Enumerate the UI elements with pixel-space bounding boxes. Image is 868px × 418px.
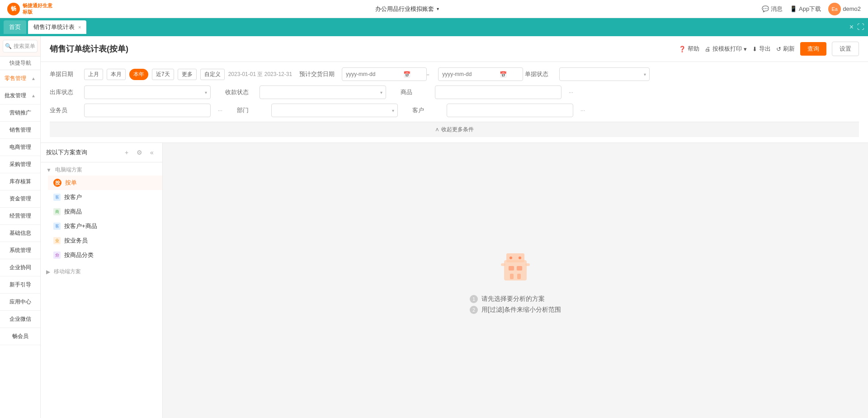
svg-point-2 [509,256,512,259]
sidebar-item-enterprise-collab[interactable]: 企业协同 [0,259,40,276]
export-button[interactable]: ⬇ 导出 [752,45,771,53]
goods-label: 商品 [401,88,428,96]
settings-button[interactable]: 设置 [832,42,859,56]
tab-home[interactable]: 首页 [4,20,26,34]
tree-item-by-salesperson[interactable]: 业 按业务员 [48,233,162,248]
app-download-button[interactable]: 📱 App下载 [790,5,821,13]
date-buttons-group: 上月 本月 本年 近7天 更多 自定义 2023-01-01 至 2023-12… [84,69,292,80]
user-area[interactable]: Ea demo2 [828,3,861,15]
sidebar-item-finance[interactable]: 资金管理 [0,190,40,208]
by-salesperson-icon: 业 [53,237,61,244]
customer-more-icon[interactable]: ··· [580,107,585,114]
retail-arrow-icon: ▲ [31,76,36,81]
bill-status-select[interactable] [559,67,650,81]
download-icon: 📱 [790,5,797,12]
tab-maximize-icon[interactable]: ⛶ [857,23,864,31]
body-layout: 按以下方案查询 + ⚙ « ▼ 电脑端方案 按 按单 [41,143,868,418]
hint-num-1: 1 [470,295,478,303]
sidebar-item-marketing[interactable]: 营销推广 [0,104,40,122]
tree-item-by-order[interactable]: 按 按单 [48,176,162,190]
empty-hint-1: 1 请先选择要分析的方案 [470,295,561,303]
goods-input[interactable] [435,86,561,99]
collapse-panel-button[interactable]: « [147,147,157,157]
sidebar-item-inventory[interactable]: 库存核算 [0,173,40,190]
expected-date-start-wrapper: 📅 [342,67,414,81]
print-arrow-icon: ▾ [744,46,747,52]
sidebar-item-member[interactable]: 畅会员 [0,328,40,345]
goods-more-icon[interactable]: ··· [569,89,573,95]
tree-item-by-customer[interactable]: 客 按客户 [48,190,162,204]
tab-bar: 首页 销售订单统计表 × × ⛶ [0,18,868,36]
date-btn-year[interactable]: 本年 [129,69,148,80]
search-icon: 🔍 [5,43,12,49]
date-btn-more[interactable]: 更多 [178,69,197,80]
logo-icon: 畅 [7,3,20,15]
message-icon: 💬 [762,5,769,12]
svg-rect-8 [501,263,505,266]
top-bar-right: 💬 消息 📱 App下载 Ea demo2 [762,3,861,15]
page-title-bar: 办公用品行业模拟账套 ▾ [375,5,439,13]
department-select[interactable] [271,104,398,117]
tree-item-by-category[interactable]: 分 按商品分类 [48,248,162,262]
page-header: 销售订单统计表(按单) ❓ 帮助 🖨 按模板打印 ▾ ⬇ 导出 ↺ 刷新 [41,36,868,62]
expected-date-start-input[interactable] [342,67,427,81]
settings-scheme-button[interactable]: ⚙ [134,147,144,157]
expected-date-end-input[interactable] [438,67,523,81]
filter-panel: 单据日期 上月 本月 本年 近7天 更多 自定义 2023-01-01 至 20… [41,62,868,143]
ship-status-select[interactable] [84,86,211,99]
sidebar-item-guide[interactable]: 新手引导 [0,276,40,294]
tab-sales-order[interactable]: 销售订单统计表 × [28,20,86,34]
salesperson-input[interactable] [84,104,211,117]
add-scheme-button[interactable]: + [122,147,132,157]
left-panel-header: 按以下方案查询 + ⚙ « [41,143,162,162]
tab-right-actions: × ⛶ [849,23,864,31]
empty-state: 1 请先选择要分析的方案 2 用[过滤]条件来缩小分析范围 [470,244,561,317]
sidebar-item-retail[interactable]: 零售管理 ▲ [0,70,40,87]
tree-item-by-cust-goods[interactable]: 客 按客户+商品 [48,219,162,233]
svg-rect-6 [510,274,514,279]
sidebar: 🔍 搜索菜单 快捷导航 零售管理 ▲ 批发管理 ▲ 营销推广 销售管理 电商管理… [0,36,41,418]
sidebar-item-app-center[interactable]: 应用中心 [0,294,40,311]
help-button[interactable]: ❓ 帮助 [679,45,699,53]
receive-status-select[interactable] [259,86,386,99]
hint-num-2: 2 [470,306,478,314]
tree-mobile-section[interactable]: ▶ 移动端方案 [41,264,162,277]
sidebar-item-sales[interactable]: 销售管理 [0,122,40,139]
date-btn-prev-month[interactable]: 上月 [84,69,103,80]
print-button[interactable]: 🖨 按模板打印 ▾ [705,45,747,53]
tree-item-by-goods[interactable]: 商 按商品 [48,204,162,219]
bill-status-wrapper: ▾ [559,67,650,81]
refresh-button[interactable]: ↺ 刷新 [776,45,795,53]
sidebar-item-operation[interactable]: 经营管理 [0,208,40,225]
sidebar-item-wholesale[interactable]: 批发管理 ▲ [0,87,40,104]
collapse-bar[interactable]: ∧ 收起更多条件 [50,122,859,137]
date-label: 单据日期 [50,70,77,78]
tab-minimize-icon[interactable]: × [849,23,854,31]
date-btn-7days[interactable]: 近7天 [152,69,174,80]
sidebar-item-system[interactable]: 系统管理 [0,242,40,259]
query-button[interactable]: 查询 [800,42,826,56]
by-category-icon: 分 [53,252,61,259]
main-content-area: 1 请先选择要分析的方案 2 用[过滤]条件来缩小分析范围 [163,143,868,418]
page-title: 销售订单统计表(按单) [50,43,128,60]
wholesale-arrow-icon: ▲ [31,93,36,98]
quick-nav-item[interactable]: 快捷导航 [0,57,40,70]
sidebar-item-enterprise-wechat[interactable]: 企业微信 [0,311,40,328]
tab-close-icon[interactable]: × [78,24,81,30]
search-button[interactable]: 🔍 搜索菜单 [3,40,38,52]
sidebar-item-basic[interactable]: 基础信息 [0,225,40,242]
title-dropdown-arrow[interactable]: ▾ [437,6,439,11]
bill-status-label: 单据状态 [525,70,552,78]
tree-pc-section: ▼ 电脑端方案 [41,162,162,176]
sidebar-item-ecommerce[interactable]: 电商管理 [0,139,40,156]
date-btn-cur-month[interactable]: 本月 [107,69,126,80]
customer-label: 客户 [412,106,439,114]
message-button[interactable]: 💬 消息 [762,5,783,13]
sidebar-item-purchase[interactable]: 采购管理 [0,156,40,173]
date-btn-custom[interactable]: 自定义 [200,69,225,80]
filter-row-2: 出库状态 ▾ 收款状态 ▾ 商品 ··· [50,86,859,99]
logo-area: 畅 畅捷通好生意 标版 [7,3,52,15]
salesperson-more-icon[interactable]: ··· [218,107,222,114]
filter-row-1: 单据日期 上月 本月 本年 近7天 更多 自定义 2023-01-01 至 20… [50,67,859,81]
customer-input[interactable] [447,104,573,117]
